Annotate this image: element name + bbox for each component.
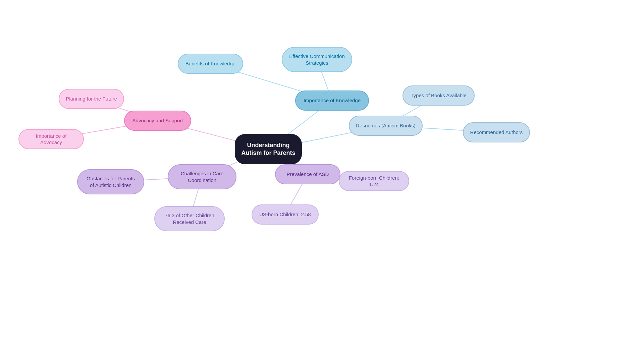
node-obstacles-parents: Obstacles for Parents of Autistic Childr… [77,169,144,194]
node-prevalence-asd: Prevalence of ASD [275,164,340,184]
node-foreign-born: Foreign-born Children: 1.24 [339,171,409,191]
node-challenges-care: Challenges in Care Coordination [168,164,236,189]
node-effective-communication: Effective Communication Strategies [282,47,352,72]
node-resources-autism: Resources (Autism Books) [349,116,423,136]
center-node: Understanding Autism for Parents [235,134,302,164]
node-benefits-knowledge: Benefits of Knowledge [178,54,243,74]
node-types-books: Types of Books Available [402,85,475,106]
node-importance-knowledge: Importance of Knowledge [295,90,369,111]
mind-map: Understanding Autism for ParentsImportan… [0,0,644,363]
node-76-children: 76.3 of Other Children Received Care [154,206,225,231]
node-recommended-authors: Recommended Authors [463,122,530,142]
node-us-born: US-born Children: 2.58 [252,204,319,225]
node-importance-advocacy: Importance of Advocacy [18,129,84,149]
node-planning-future: Planning for the Future [59,89,124,109]
node-advocacy-support: Advocacy and Support [124,111,191,131]
